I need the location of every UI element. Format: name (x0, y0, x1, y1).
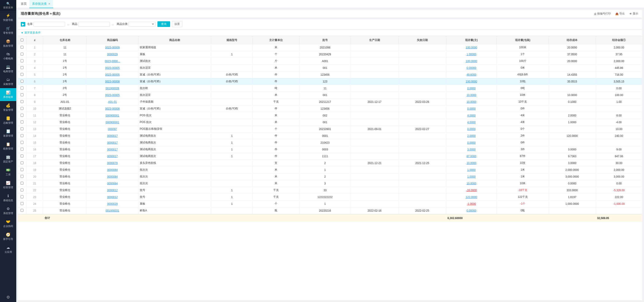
row-select-checkbox[interactable] (20, 161, 24, 164)
row-select-checkbox[interactable] (20, 141, 24, 144)
row-qty-main[interactable]: 4.0000 (446, 112, 496, 119)
row-qty-main[interactable]: 0.0000 (446, 105, 496, 112)
row-qty-main[interactable]: 49.6000 (446, 71, 496, 78)
row-qty-main[interactable]: 4.0000 (446, 119, 496, 126)
row-code[interactable]: 0023-00005 (87, 71, 138, 78)
sidebar-search[interactable]: 🔍 搜索菜单 (0, 0, 16, 11)
row-qty-main[interactable]: 100.0000 (446, 44, 496, 51)
warehouse-input[interactable] (34, 22, 65, 27)
row-select-checkbox[interactable] (20, 189, 24, 191)
sidebar-item-ecommerce-small[interactable]: 🛍 小鹅电商 (0, 50, 16, 63)
row-select-checkbox[interactable] (20, 53, 24, 56)
query-button[interactable]: 查询 (158, 21, 170, 27)
row-select-checkbox[interactable] (20, 66, 24, 69)
row-qty-main[interactable]: 0.0000 (446, 85, 496, 92)
row-code[interactable]: 001000026 (87, 85, 138, 92)
row-code[interactable]: 0000029 (87, 201, 138, 207)
row-qty-main[interactable]: 0.00000 (446, 65, 496, 71)
row-code[interactable]: 0000017 (87, 132, 138, 139)
row-code[interactable]: 0000017 (87, 153, 138, 160)
row-code[interactable]: 0000017 (87, 139, 138, 146)
row-qty-main[interactable]: 1.0000 (446, 173, 496, 180)
sidebar-item-tax[interactable]: 📋 税务管理 (0, 140, 16, 153)
goods-input[interactable] (78, 22, 110, 27)
sidebar-item-system[interactable]: ⚙ 系统管理 (0, 204, 16, 217)
row-code[interactable]: 0023-00005 (87, 92, 138, 99)
row-code[interactable]: 001000031 (87, 207, 138, 214)
row-select-checkbox[interactable] (20, 168, 24, 171)
sidebar-item-management[interactable]: 📈 经营管理 (0, 179, 16, 191)
select-all-checkbox[interactable] (20, 39, 24, 42)
row-qty-main[interactable]: 0.0000 (446, 126, 496, 132)
row-qty-main[interactable]: 2.0000 (446, 132, 496, 139)
row-qty-main[interactable]: -1.0000 (446, 201, 496, 207)
row-code[interactable]: 0000029 (87, 51, 138, 58)
row-select-checkbox[interactable] (20, 73, 24, 76)
sidebar-item-basic[interactable]: ℹ 基础信息 (0, 191, 16, 204)
row-code[interactable]: 0000012 (87, 194, 138, 201)
row-select-checkbox[interactable] (20, 195, 24, 198)
row-select-checkbox[interactable] (20, 46, 24, 49)
row-code[interactable]: 0000017 (87, 146, 138, 153)
sidebar-item-retail[interactable]: 🛒 零售管理 (0, 24, 16, 37)
row-qty-main[interactable]: 0.00000 (446, 207, 496, 214)
row-select-checkbox[interactable] (20, 80, 24, 83)
row-qty-main[interactable]: 10.0000 (446, 99, 496, 105)
expand-filter-btn[interactable]: ▶ (21, 22, 25, 27)
sidebar-item-guide[interactable]: 🧭 新手引导 (0, 230, 16, 243)
row-select-checkbox[interactable] (20, 114, 24, 117)
row-select-checkbox[interactable] (20, 93, 24, 96)
sidebar-item-ledger[interactable]: 📒 总账管理 (0, 114, 16, 127)
row-qty-main[interactable]: 100.0000 (446, 78, 496, 85)
row-code[interactable]: 0000084 (87, 173, 138, 180)
print-btn[interactable]: 🖨 按编号打印 (592, 11, 612, 16)
row-select-checkbox[interactable] (20, 120, 24, 123)
row-qty-main[interactable]: 87.0000 (446, 153, 496, 160)
row-code[interactable]: 0023-00005 (87, 65, 138, 71)
row-select-checkbox[interactable] (20, 100, 24, 103)
category-select[interactable] (128, 22, 156, 27)
row-qty-main[interactable]: -16.0000 (446, 187, 496, 194)
row-select-checkbox[interactable] (20, 175, 24, 178)
row-code[interactable]: 0023-00009 (87, 44, 138, 51)
sidebar-item-invoice[interactable]: 🧾 发票管理 (0, 127, 16, 140)
row-code[interactable]: 000900001 (87, 119, 138, 126)
settings-icon[interactable]: ⚙ (6, 295, 10, 300)
row-qty-main[interactable]: 122.0000 (446, 194, 496, 201)
tab-inventory-batch[interactable]: 库存批次查 ✕ (30, 0, 53, 8)
row-qty-main[interactable]: 3.0000 (446, 146, 496, 153)
sidebar-item-quicknav[interactable]: ⚡ 快捷导航 (0, 11, 16, 24)
row-select-checkbox[interactable] (20, 59, 24, 62)
row-code[interactable]: 000900001 (87, 112, 138, 119)
row-code[interactable]: A01-01 (87, 99, 138, 105)
row-code[interactable]: 0000084 (87, 167, 138, 173)
tab-home[interactable]: 首页 (18, 0, 30, 8)
row-select-checkbox[interactable] (20, 107, 24, 110)
setting-button[interactable]: 设置 (172, 21, 182, 27)
row-qty-main[interactable]: 10.0000 (446, 92, 496, 99)
row-qty-main[interactable]: 0.0000 (446, 139, 496, 146)
row-code[interactable]: 0000012 (87, 187, 138, 194)
sidebar-item-purchase[interactable]: 🗂 采购管理 (0, 75, 16, 88)
row-qty-main[interactable]: 1.00000 (446, 51, 496, 58)
sidebar-item-finance[interactable]: 💰 资金管理 (0, 101, 16, 114)
row-code[interactable]: 0000078 (87, 160, 138, 167)
display-btn[interactable]: 👁 显示 (628, 11, 640, 16)
row-select-checkbox[interactable] (20, 134, 24, 137)
row-qty-main[interactable]: 10.0000 (446, 180, 496, 187)
row-qty-main[interactable]: 1.0000 (446, 167, 496, 173)
row-code[interactable]: 0023-00008 (87, 105, 138, 112)
row-qty-main[interactable]: 100.0000 (446, 58, 496, 65)
sidebar-item-cloud[interactable]: ☁ 云应用 (0, 243, 16, 256)
row-code[interactable]: 0000084 (87, 180, 138, 187)
expand-conditions-btn[interactable]: ▼ 展开更多条件 (21, 31, 41, 35)
row-select-checkbox[interactable] (20, 87, 24, 89)
row-code[interactable]: 000097 (87, 126, 138, 132)
sidebar-item-assets[interactable]: 🏢 固定资产 (0, 153, 16, 166)
row-select-checkbox[interactable] (20, 202, 24, 205)
sidebar-item-inventory[interactable]: 📊 库存核算 (0, 88, 16, 101)
row-qty-main[interactable]: 10.0000 (446, 160, 496, 167)
export-btn[interactable]: 📤 导出 (614, 11, 626, 16)
sidebar-item-collab[interactable]: 🤝 企业协同 (0, 217, 16, 230)
row-select-checkbox[interactable] (20, 182, 24, 185)
